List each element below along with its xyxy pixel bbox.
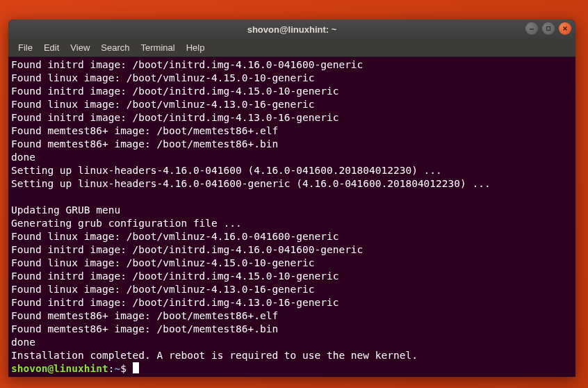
output-line: Found initrd image: /boot/initrd.img-4.1…: [11, 270, 573, 283]
output-line: Found linux image: /boot/vmlinuz-4.15.0-…: [11, 257, 573, 270]
window-title: shovon@linuxhint: ~: [247, 24, 337, 35]
output-line: done: [11, 336, 573, 349]
output-line: Found initrd image: /boot/initrd.img-4.1…: [11, 58, 573, 72]
output-line: Found memtest86+ image: /boot/memtest86+…: [11, 309, 573, 323]
prompt-user-host: shovon@linuxhint: [11, 363, 108, 374]
output-line: Setting up linux-headers-4.16.0-041600 (…: [11, 164, 573, 177]
output-line: Found linux image: /boot/vmlinuz-4.13.0-…: [11, 283, 573, 296]
output-line: Found initrd image: /boot/initrd.img-4.1…: [11, 243, 573, 257]
output-line: Found memtest86+ image: /boot/memtest86+…: [11, 124, 573, 138]
titlebar[interactable]: shovon@linuxhint: ~: [8, 19, 575, 39]
menu-terminal[interactable]: Terminal: [136, 40, 181, 55]
svg-rect-1: [547, 27, 550, 31]
output-line: Found linux image: /boot/vmlinuz-4.16.0-…: [11, 230, 573, 243]
menubar: File Edit View Search Terminal Help: [8, 39, 575, 57]
terminal-content[interactable]: Found initrd image: /boot/initrd.img-4.1…: [8, 57, 575, 377]
output-line: Found linux image: /boot/vmlinuz-4.13.0-…: [11, 98, 573, 111]
output-line: done: [11, 151, 573, 164]
output-line: Found memtest86+ image: /boot/memtest86+…: [11, 323, 573, 336]
output-line: Updating GRUB menu: [11, 204, 573, 217]
menu-search[interactable]: Search: [95, 40, 135, 55]
output-line: Found memtest86+ image: /boot/memtest86+…: [11, 138, 573, 151]
output-line: Found initrd image: /boot/initrd.img-4.1…: [11, 85, 573, 98]
output-line: Installation completed. A reboot is requ…: [11, 349, 573, 362]
menu-view[interactable]: View: [65, 40, 95, 55]
output-line: Generating grub configuration file ...: [11, 217, 573, 230]
window-controls: [525, 22, 571, 35]
prompt-line: shovon@linuxhint:~$: [11, 362, 573, 375]
maximize-button[interactable]: [542, 22, 555, 35]
output-line: Setting up linux-headers-4.16.0-041600-g…: [11, 177, 573, 191]
terminal-window: shovon@linuxhint: ~ File Edit View Searc…: [8, 19, 575, 377]
output-line: Found initrd image: /boot/initrd.img-4.1…: [11, 111, 573, 124]
prompt-path: ~: [114, 363, 120, 374]
menu-edit[interactable]: Edit: [38, 40, 65, 55]
close-button[interactable]: [559, 22, 571, 35]
output-line: Found initrd image: /boot/initrd.img-4.1…: [11, 296, 573, 309]
minimize-button[interactable]: [525, 22, 538, 35]
menu-file[interactable]: File: [13, 40, 38, 55]
menu-help[interactable]: Help: [181, 40, 211, 55]
output-line: Found linux image: /boot/vmlinuz-4.15.0-…: [11, 72, 573, 85]
prompt-symbol: $: [120, 363, 132, 374]
cursor: [133, 362, 139, 373]
output-line: [11, 191, 573, 204]
